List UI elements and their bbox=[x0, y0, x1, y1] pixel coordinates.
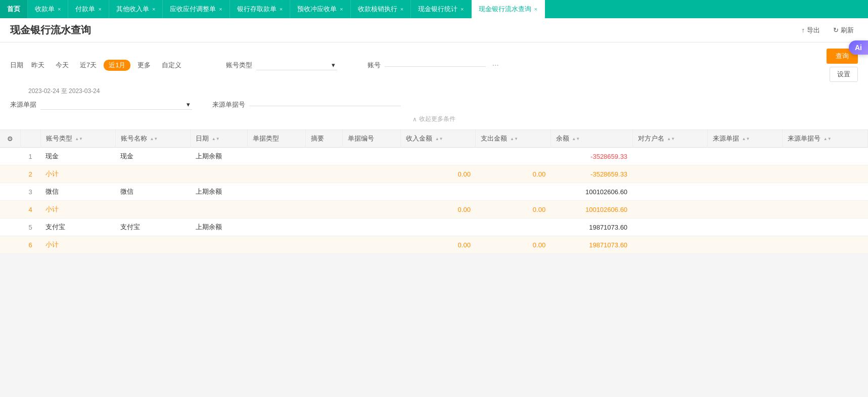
source-doc-chevron-icon: ▾ bbox=[187, 101, 190, 108]
row-account-type: 小计 bbox=[40, 201, 115, 218]
row-balance: 100102606.60 bbox=[551, 183, 632, 201]
row-income: 0.00 bbox=[401, 165, 476, 183]
sort-icon-account-type: ▲▼ bbox=[75, 137, 83, 141]
col-gear[interactable]: ⚙ bbox=[0, 130, 20, 148]
col-date-label: 日期 bbox=[196, 135, 209, 142]
col-balance-label: 余额 bbox=[556, 135, 569, 142]
nav-adjustment[interactable]: 应收应付调整单 × bbox=[163, 0, 230, 18]
row-source-doc-no bbox=[783, 236, 868, 254]
row-account-type: 支付宝 bbox=[40, 218, 115, 236]
col-account-type[interactable]: 账号类型 ▲▼ bbox=[40, 130, 115, 148]
account-type-filter-group: 账号类型 ▾ bbox=[226, 60, 337, 70]
row-income: 0.00 bbox=[401, 236, 476, 254]
settings-button[interactable]: 设置 bbox=[830, 67, 858, 82]
col-date[interactable]: 日期 ▲▼ bbox=[191, 130, 248, 148]
date-filter-group: 日期 昨天 今天 近7天 近1月 更多 自定义 bbox=[10, 60, 186, 71]
nav-bank-deposit[interactable]: 银行存取款单 × bbox=[230, 0, 290, 18]
row-source-doc bbox=[707, 183, 782, 201]
row-gear[interactable] bbox=[0, 148, 20, 165]
row-expense: 0.00 bbox=[476, 236, 551, 254]
nav-collection[interactable]: 收款核销执行 × bbox=[351, 0, 411, 18]
account-input[interactable] bbox=[385, 64, 486, 67]
nav-advance[interactable]: 预收冲应收单 × bbox=[290, 0, 350, 18]
row-num: 5 bbox=[20, 218, 40, 236]
date-option-more[interactable]: 更多 bbox=[133, 60, 155, 71]
sort-icon-income: ▲▼ bbox=[435, 137, 443, 141]
row-source-doc bbox=[707, 218, 782, 236]
nav-payment-close[interactable]: × bbox=[98, 6, 101, 12]
account-type-select[interactable]: ▾ bbox=[256, 60, 337, 70]
col-source-doc[interactable]: 来源单据 ▲▼ bbox=[707, 130, 782, 148]
nav-advance-close[interactable]: × bbox=[340, 6, 343, 12]
col-doc-no-label: 单据编号 bbox=[348, 135, 374, 142]
row-source-doc bbox=[707, 201, 782, 218]
col-source-doc-no-label: 来源单据号 bbox=[788, 135, 820, 142]
col-balance[interactable]: 余额 ▲▼ bbox=[551, 130, 632, 148]
row-summary bbox=[305, 201, 343, 218]
row-gear[interactable] bbox=[0, 183, 20, 201]
col-expense[interactable]: 支出金额 ▲▼ bbox=[476, 130, 551, 148]
col-account-name[interactable]: 账号名称 ▲▼ bbox=[115, 130, 190, 148]
date-option-today[interactable]: 今天 bbox=[52, 60, 73, 71]
date-option-1month[interactable]: 近1月 bbox=[104, 60, 130, 71]
date-option-7days[interactable]: 近7天 bbox=[76, 60, 101, 71]
col-source-doc-no[interactable]: 来源单据号 ▲▼ bbox=[783, 130, 868, 148]
date-option-yesterday[interactable]: 昨天 bbox=[27, 60, 49, 71]
nav-collection-close[interactable]: × bbox=[400, 6, 403, 12]
row-expense bbox=[476, 183, 551, 201]
row-gear[interactable] bbox=[0, 165, 20, 183]
nav-bank-stats-close[interactable]: × bbox=[461, 6, 464, 12]
collapse-label: 收起更多条件 bbox=[419, 115, 455, 123]
row-gear[interactable] bbox=[0, 236, 20, 254]
nav-home-label: 首页 bbox=[7, 5, 20, 14]
date-option-custom[interactable]: 自定义 bbox=[158, 60, 186, 71]
row-doc-type bbox=[248, 148, 306, 165]
row-counterpart bbox=[632, 218, 707, 236]
nav-bank-deposit-close[interactable]: × bbox=[280, 6, 283, 12]
table-row: 1 现金 现金 上期余额 -3528659.33 bbox=[0, 148, 868, 165]
sort-icon-source-doc: ▲▼ bbox=[742, 137, 750, 141]
nav-receivable-close[interactable]: × bbox=[58, 6, 61, 12]
nav-bank-flow-label: 现金银行流水查询 bbox=[479, 5, 531, 14]
row-doc-type bbox=[248, 201, 306, 218]
account-dots-button[interactable]: ··· bbox=[490, 61, 500, 70]
nav-payment[interactable]: 付款单 × bbox=[68, 0, 109, 18]
ai-badge[interactable]: Ai bbox=[849, 40, 868, 55]
nav-receivable[interactable]: 收款单 × bbox=[28, 0, 68, 18]
export-button[interactable]: ↑ 导出 bbox=[798, 24, 825, 37]
row-summary bbox=[305, 183, 343, 201]
table-row: 3 微信 微信 上期余额 100102606.60 bbox=[0, 183, 868, 201]
row-income bbox=[401, 148, 476, 165]
row-gear[interactable] bbox=[0, 201, 20, 218]
filter-area: 日期 昨天 今天 近7天 近1月 更多 自定义 账号类型 ▾ 账号 ··· bbox=[0, 42, 868, 130]
nav-home[interactable]: 首页 bbox=[0, 0, 28, 18]
row-source-doc-no bbox=[783, 218, 868, 236]
row-account-name: 微信 bbox=[115, 183, 190, 201]
nav-other-income[interactable]: 其他收入单 × bbox=[109, 0, 163, 18]
row-expense: 0.00 bbox=[476, 201, 551, 218]
row-source-doc-no bbox=[783, 201, 868, 218]
source-doc-select[interactable]: ▾ bbox=[40, 100, 192, 110]
nav-bank-stats[interactable]: 现金银行统计 × bbox=[411, 0, 471, 18]
collapse-bar[interactable]: ∧ 收起更多条件 bbox=[10, 115, 858, 123]
col-counterpart-label: 对方户名 bbox=[638, 135, 664, 142]
table-header-row: ⚙ 账号类型 ▲▼ 账号名称 ▲▼ 日期 ▲▼ 单据类型 摘 bbox=[0, 130, 868, 148]
nav-receivable-label: 收款单 bbox=[35, 5, 55, 14]
row-gear[interactable] bbox=[0, 218, 20, 236]
row-account-type: 微信 bbox=[40, 183, 115, 201]
refresh-button[interactable]: ↻ 刷新 bbox=[829, 24, 858, 37]
nav-adjustment-close[interactable]: × bbox=[219, 6, 222, 12]
page-header: 现金银行流水查询 ↑ 导出 ↻ 刷新 bbox=[0, 18, 868, 42]
sort-icon-counterpart: ▲▼ bbox=[667, 137, 675, 141]
col-counterpart[interactable]: 对方户名 ▲▼ bbox=[632, 130, 707, 148]
nav-bank-flow-close[interactable]: × bbox=[534, 6, 537, 12]
account-label: 账号 bbox=[368, 61, 381, 70]
col-income[interactable]: 收入金额 ▲▼ bbox=[401, 130, 476, 148]
row-account-type: 小计 bbox=[40, 236, 115, 254]
source-doc-no-input[interactable] bbox=[249, 104, 401, 106]
row-source-doc-no bbox=[783, 183, 868, 201]
row-doc-type bbox=[248, 183, 306, 201]
nav-bank-flow[interactable]: 现金银行流水查询 × bbox=[472, 0, 545, 18]
nav-other-income-close[interactable]: × bbox=[152, 6, 155, 12]
nav-other-income-label: 其他收入单 bbox=[116, 5, 149, 14]
